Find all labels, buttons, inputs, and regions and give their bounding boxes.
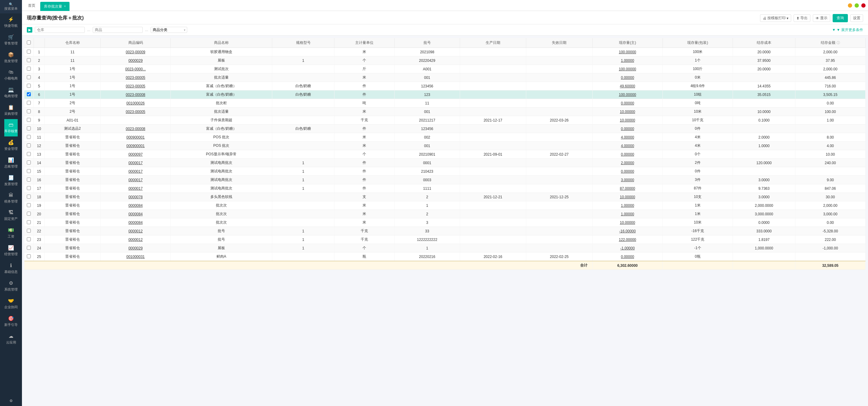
row-qty-21[interactable]: -16.00000 <box>592 227 662 235</box>
row-checkbox-6[interactable] <box>24 99 34 107</box>
sidebar-item-10[interactable]: 🏛税务管理 <box>4 190 18 207</box>
row-qty-7[interactable]: 10.00000 <box>592 107 662 116</box>
row-qty-8[interactable]: 10.00000 <box>592 116 662 125</box>
row-checkbox-19[interactable] <box>24 210 34 218</box>
row-select-20[interactable] <box>27 220 31 224</box>
row-qty-1[interactable]: 1.00000 <box>592 56 662 65</box>
row-checkbox-4[interactable] <box>24 82 34 91</box>
row-select-9[interactable] <box>27 126 31 130</box>
row-checkbox-16[interactable] <box>24 184 34 193</box>
row-select-19[interactable] <box>27 212 31 216</box>
row-checkbox-15[interactable] <box>24 176 34 184</box>
category-select[interactable]: 商品分类 <box>151 27 187 33</box>
row-code-2[interactable]: 0023-0000... <box>100 65 170 73</box>
row-code-10[interactable]: 000900001 <box>100 133 170 142</box>
sidebar-item-13[interactable]: 📈经营管理 <box>4 242 18 260</box>
select-all-checkbox[interactable] <box>27 40 31 44</box>
row-checkbox-21[interactable] <box>24 227 34 235</box>
row-code-22[interactable]: 0000012 <box>100 235 170 244</box>
row-qty-22[interactable]: 122.00000 <box>592 235 662 244</box>
row-checkbox-20[interactable] <box>24 218 34 227</box>
tab-home[interactable]: 首页 <box>24 0 39 11</box>
row-select-23[interactable] <box>27 246 31 250</box>
sidebar-item-2[interactable]: 📦批发管理 <box>4 49 18 66</box>
row-checkbox-22[interactable] <box>24 235 34 244</box>
win-close-btn[interactable] <box>861 3 866 8</box>
row-select-2[interactable] <box>27 67 31 71</box>
row-qty-2[interactable]: 100.00000 <box>592 65 662 73</box>
goods-filter[interactable] <box>93 27 143 33</box>
row-qty-18[interactable]: 1.00000 <box>592 201 662 210</box>
export-btn[interactable]: ⬆ 导出 <box>794 14 810 22</box>
row-code-6[interactable]: 001000026 <box>100 99 170 107</box>
row-select-22[interactable] <box>27 237 31 241</box>
row-checkbox-24[interactable] <box>24 252 34 261</box>
row-code-8[interactable] <box>100 116 170 125</box>
row-code-13[interactable]: 0000017 <box>100 159 170 167</box>
row-select-7[interactable] <box>27 109 31 113</box>
sidebar-item-12[interactable]: 💵工资 <box>4 224 18 242</box>
row-qty-3[interactable]: 0.00000 <box>592 73 662 82</box>
tab-close-btn[interactable]: × <box>64 2 66 11</box>
row-select-18[interactable] <box>27 203 31 207</box>
row-select-4[interactable] <box>27 84 31 88</box>
sidebar-item-17[interactable]: 🎯新手引导 <box>4 312 18 330</box>
row-select-14[interactable] <box>27 169 31 173</box>
row-checkbox-12[interactable] <box>24 150 34 159</box>
row-qty-16[interactable]: 87.00000 <box>592 184 662 193</box>
row-qty-24[interactable]: 0.00000 <box>592 252 662 261</box>
query-btn[interactable]: 查询 <box>833 14 848 22</box>
row-checkbox-2[interactable] <box>24 65 34 73</box>
sidebar-item-15[interactable]: ⚙系统管理 <box>4 277 18 295</box>
row-checkbox-3[interactable] <box>24 73 34 82</box>
sidebar-item-1[interactable]: 🛒零售管理 <box>4 31 18 49</box>
row-code-11[interactable]: 000900001 <box>100 142 170 150</box>
sidebar-item-0[interactable]: ⚡快捷导航 <box>4 13 18 31</box>
row-checkbox-13[interactable] <box>24 159 34 167</box>
row-qty-23[interactable]: -1.00000 <box>592 244 662 252</box>
row-select-8[interactable] <box>27 118 31 122</box>
row-qty-4[interactable]: 49.60000 <box>592 82 662 91</box>
sidebar-item-18[interactable]: ☁云应用 <box>4 330 18 348</box>
category-filter-wrap[interactable]: 商品分类 <box>151 27 187 33</box>
row-checkbox-7[interactable] <box>24 107 34 116</box>
row-qty-17[interactable]: 10.00000 <box>592 193 662 201</box>
settings-header-btn[interactable]: 设置 <box>850 14 863 22</box>
row-qty-12[interactable]: 0.00000 <box>592 150 662 159</box>
row-checkbox-14[interactable] <box>24 167 34 176</box>
row-code-17[interactable]: 0000078 <box>100 193 170 201</box>
row-checkbox-11[interactable] <box>24 142 34 150</box>
row-qty-0[interactable]: 100.00000 <box>592 48 662 56</box>
sidebar-settings-btn[interactable]: ⚙ <box>0 396 22 406</box>
row-checkbox-10[interactable] <box>24 133 34 142</box>
row-qty-20[interactable]: 10.00000 <box>592 218 662 227</box>
display-btn[interactable]: 👁 显示 <box>813 14 830 22</box>
row-select-3[interactable] <box>27 75 31 79</box>
row-code-23[interactable]: 0000029 <box>100 244 170 252</box>
row-code-19[interactable]: 0000084 <box>100 210 170 218</box>
row-code-21[interactable]: 0000012 <box>100 227 170 235</box>
warehouse-filter[interactable] <box>35 27 85 33</box>
row-checkbox-8[interactable] <box>24 116 34 125</box>
win-minimize-btn[interactable] <box>848 3 852 8</box>
row-checkbox-17[interactable] <box>24 193 34 201</box>
row-select-16[interactable] <box>27 186 31 190</box>
goods-input[interactable] <box>95 28 141 32</box>
row-checkbox-9[interactable] <box>24 125 34 133</box>
row-code-5[interactable]: 0023-00008 <box>100 91 170 99</box>
sidebar-item-5[interactable]: 📋采购管理 <box>4 101 18 119</box>
sidebar-search[interactable]: 🔍 搜索菜单 <box>0 0 22 13</box>
row-qty-6[interactable]: 0.00000 <box>592 99 662 107</box>
filter-expand-btn[interactable]: ▶ <box>27 27 32 33</box>
row-select-1[interactable] <box>27 58 31 62</box>
row-select-13[interactable] <box>27 161 31 165</box>
sidebar-item-7[interactable]: 💰资金管理 <box>4 136 18 154</box>
row-code-12[interactable]: 0000097 <box>100 150 170 159</box>
row-checkbox-23[interactable] <box>24 244 34 252</box>
row-checkbox-18[interactable] <box>24 201 34 210</box>
row-code-0[interactable]: 0023-00009 <box>100 48 170 56</box>
print-btn[interactable]: 🖨 按模板打印 ▾ <box>760 14 791 22</box>
amount-info-icon[interactable]: ⓘ <box>837 41 840 44</box>
row-select-10[interactable] <box>27 135 31 139</box>
row-checkbox-0[interactable] <box>24 48 34 56</box>
